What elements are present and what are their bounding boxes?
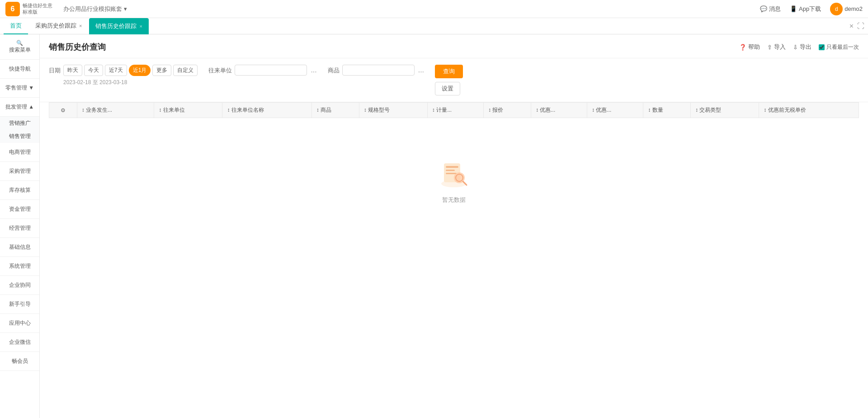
empty-state: 暂无数据 [49,118,859,240]
date-more[interactable]: 更多 [152,65,171,76]
sidebar-item-retail[interactable]: 零售管理 ▼ [0,79,39,98]
sidebar-item-wechat[interactable]: 企业微信 [0,333,39,352]
tab-sales-history[interactable]: 销售历史价跟踪 × [89,18,148,34]
tabbar-actions: × ⛶ [849,22,864,30]
table-container: ⚙ ↕ 业务发生... ↕ 往来单位 ↕ 往来单位名称 [40,102,868,240]
goods-filter-group: 商品 ... [328,65,424,76]
col-discount2[interactable]: ↕ 优惠... [587,103,643,118]
date-yesterday[interactable]: 昨天 [63,65,82,76]
sidebar-item-member[interactable]: 畅会员 [0,352,39,371]
col-trade-type[interactable]: ↕ 交易类型 [691,103,759,118]
empty-icon [436,154,472,190]
app-download-btn[interactable]: 📱 App下载 [790,5,821,13]
source-filter-group: 往来单位 ... [208,65,316,76]
sidebar-item-inventory[interactable]: 库存核算 [0,181,39,200]
content: 销售历史价查询 ❓ 帮助 ⇧ 导入 ⇩ 导出 [40,34,868,418]
chevron-down-icon: ▾ [124,5,127,12]
logo-area: 6 畅捷信好生意 标准版 [5,2,52,16]
source-input-group: ... [235,65,316,76]
user-menu[interactable]: d demo2 [830,3,863,15]
sidebar-item-finance[interactable]: 资金管理 [0,200,39,219]
query-button[interactable]: 查询 [435,65,463,78]
goods-picker-btn[interactable]: ... [418,66,424,74]
tabbar: 首页 采购历史价跟踪 × 销售历史价跟踪 × × ⛶ [0,18,868,34]
sidebar-item-guide[interactable]: 新手引导 [0,295,39,314]
close-tab-purchase[interactable]: × [79,23,82,28]
sidebar-item-purchase[interactable]: 采购管理 [0,162,39,181]
expand-btn[interactable]: ⛶ [857,22,864,30]
sidebar-item-basic[interactable]: 基础信息 [0,238,39,257]
page: 销售历史价查询 ❓ 帮助 ⇧ 导入 ⇩ 导出 [40,34,868,418]
help-btn[interactable]: ❓ 帮助 [739,43,760,51]
table-header-row: ⚙ ↕ 业务发生... ↕ 往来单位 ↕ 往来单位名称 [49,103,859,118]
sidebar: 🔍 搜索菜单 快捷导航 零售管理 ▼ 批发管理 ▲ 营销推广 销售管理 电商管理… [0,34,40,418]
download-icon: 📱 [790,5,797,12]
tab-home[interactable]: 首页 [4,18,28,34]
empty-text: 暂无数据 [442,196,466,204]
col-unit[interactable]: ↕ 计量... [427,103,483,118]
filter-actions: 查询 设置 [435,65,463,95]
page-header-actions: ❓ 帮助 ⇧ 导入 ⇩ 导出 只看最后一次 [739,43,859,51]
close-tab-sales[interactable]: × [139,24,142,29]
avatar: d [830,3,843,15]
date-range-display: 2023-02-18 至 2023-03-18 [63,79,198,86]
date-filter-options: 昨天 今天 近7天 近1月 更多 自定义 2023-02-18 至 2023-0… [63,65,198,86]
date-today[interactable]: 今天 [84,65,103,76]
col-unit-code[interactable]: ↕ 往来单位 [154,103,222,118]
sidebar-item-operation[interactable]: 经营管理 [0,219,39,238]
goods-input[interactable] [342,65,415,76]
sidebar-item-sales-mgmt[interactable]: 销售管理 [0,130,39,143]
date-7days[interactable]: 近7天 [105,65,127,76]
help-icon: ❓ [739,44,746,51]
settings-button[interactable]: 设置 [435,82,460,95]
tab-purchase-history[interactable]: 采购历史价跟踪 × [29,18,88,34]
source-picker-btn[interactable]: ... [311,66,316,74]
col-discount1[interactable]: ↕ 优惠... [531,103,587,118]
col-spec[interactable]: ↕ 规格型号 [359,103,427,118]
import-btn[interactable]: ⇧ 导入 [767,43,786,51]
logo-icon: 6 [5,2,20,16]
sidebar-item-ecommerce[interactable]: 电商管理 [0,143,39,162]
close-all-tabs-btn[interactable]: × [849,22,854,30]
topbar: 6 畅捷信好生意 标准版 办公用品行业模拟账套 ▾ 💬 消息 📱 App下载 d… [0,0,868,18]
col-biz-date[interactable]: ↕ 业务发生... [77,103,154,118]
message-btn[interactable]: 💬 消息 [760,5,781,13]
col-goods[interactable]: ↕ 商品 [311,103,359,118]
date-filter-row: 昨天 今天 近7天 近1月 更多 自定义 [63,65,198,76]
only-last-checkbox[interactable] [819,44,825,50]
source-input[interactable] [235,65,307,76]
filter-bar: 日期 昨天 今天 近7天 近1月 更多 自定义 2023-02-18 至 202… [40,58,868,102]
col-quantity[interactable]: ↕ 数量 [643,103,691,118]
topbar-left: 6 畅捷信好生意 标准版 办公用品行业模拟账套 ▾ [5,2,127,16]
import-icon: ⇧ [767,44,772,51]
logo-text: 畅捷信好生意 标准版 [23,3,52,14]
svg-rect-3 [446,170,455,171]
svg-rect-4 [446,173,457,174]
date-filter-group: 日期 昨天 今天 近7天 近1月 更多 自定义 2023-02-18 至 202… [49,65,198,86]
app-selector[interactable]: 办公用品行业模拟账套 ▾ [63,5,127,13]
svg-rect-2 [446,166,458,168]
sidebar-item-wholesale[interactable]: 批发管理 ▲ [0,98,39,117]
sidebar-item-marketing[interactable]: 营销推广 [0,117,39,130]
export-icon: ⇩ [793,44,798,51]
goods-input-group: ... [342,65,424,76]
col-pretax-price[interactable]: ↕ 优惠前无税单价 [759,103,859,118]
col-quote[interactable]: ↕ 报价 [484,103,531,118]
col-unit-name[interactable]: ↕ 往来单位名称 [222,103,311,118]
col-settings[interactable]: ⚙ [49,103,77,118]
export-btn[interactable]: ⇩ 导出 [793,43,811,51]
page-title: 销售历史价查询 [49,42,106,52]
sidebar-item-enterprise[interactable]: 企业协同 [0,276,39,295]
main-layout: 🔍 搜索菜单 快捷导航 零售管理 ▼ 批发管理 ▲ 营销推广 销售管理 电商管理… [0,34,868,418]
message-icon: 💬 [760,5,767,12]
sidebar-item-quick-nav[interactable]: 快捷导航 [0,60,39,79]
sidebar-item-app-center[interactable]: 应用中心 [0,314,39,333]
table-settings-icon[interactable]: ⚙ [54,107,72,114]
date-custom[interactable]: 自定义 [173,65,198,76]
date-1month[interactable]: 近1月 [129,65,151,76]
topbar-right: 💬 消息 📱 App下载 d demo2 [760,3,863,15]
data-table: ⚙ ↕ 业务发生... ↕ 往来单位 ↕ 往来单位名称 [49,102,859,118]
sidebar-item-system[interactable]: 系统管理 [0,257,39,276]
sidebar-item-search[interactable]: 🔍 搜索菜单 [0,34,39,60]
only-last-checkbox-label[interactable]: 只看最后一次 [819,43,859,51]
